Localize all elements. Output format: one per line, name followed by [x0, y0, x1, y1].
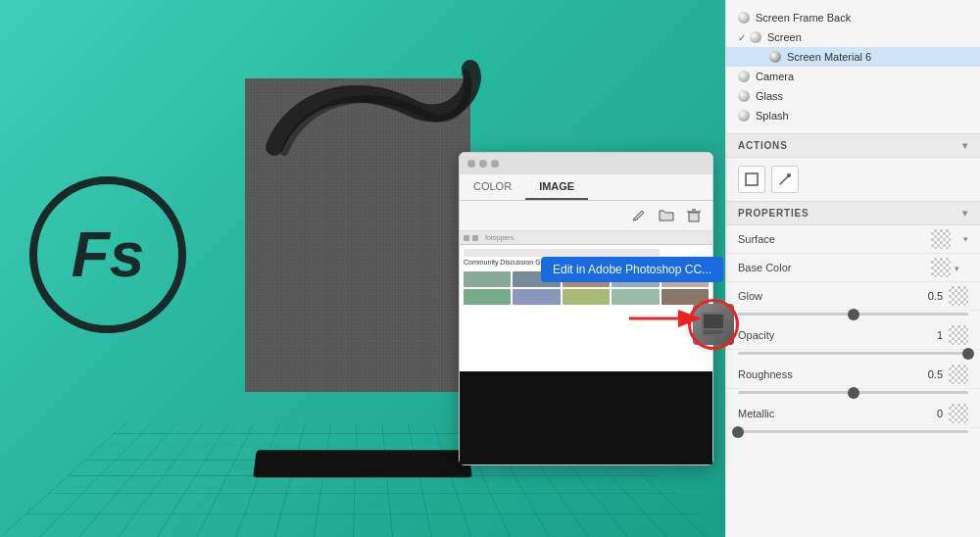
glow-slider-thumb[interactable] [848, 309, 859, 320]
grid-cell-8 [563, 289, 610, 305]
right-panel: Screen Frame Back ✓ Screen Screen Materi… [725, 0, 980, 537]
roughness-slider-container [738, 391, 968, 394]
roughness-checker [949, 365, 968, 384]
mini-browser: fotoppers Community Discussion Groups [460, 231, 712, 371]
pencil-tool-button[interactable] [628, 205, 650, 226]
trash-icon [686, 208, 702, 223]
square-icon [745, 172, 759, 186]
sphere-icon [738, 12, 750, 24]
glow-checker [949, 286, 968, 306]
base-color-property-row: Base Color ▾ [726, 254, 980, 282]
base-color-dropdown-icon[interactable]: ▾ [955, 264, 959, 273]
layer-item-screen-material-6[interactable]: Screen Material 6 [726, 47, 980, 67]
mini-browser-bar: fotoppers [460, 231, 712, 245]
red-arrow [629, 304, 708, 333]
properties-label: PROPERTIES [738, 208, 808, 219]
actions-chevron-icon: ▾ [962, 140, 968, 151]
grid-cell-7 [513, 289, 560, 305]
surface-checker [931, 229, 951, 249]
layer-label: Camera [756, 71, 794, 82]
sphere-icon [738, 90, 750, 102]
roughness-label: Roughness [738, 368, 816, 380]
metallic-slider-container [738, 430, 968, 433]
surface-dropdown-icon[interactable]: ▾ [963, 234, 968, 244]
opacity-slider-thumb[interactable] [962, 348, 974, 360]
surface-property-row: Surface ▾ [726, 225, 980, 254]
chevron-icon: ✓ [738, 32, 746, 43]
panel-tabs: COLOR IMAGE [460, 174, 712, 201]
folder-icon [659, 208, 674, 223]
sphere-icon [769, 51, 781, 63]
svg-line-1 [780, 176, 788, 184]
panel-toolbar [460, 201, 712, 231]
layer-item-glass[interactable]: Glass [726, 86, 980, 106]
layer-label: Screen [767, 31, 802, 43]
surface-label: Surface [738, 233, 816, 245]
svg-point-2 [787, 173, 791, 177]
actions-label: ACTIONS [738, 140, 788, 151]
fs-logo: Fs [29, 176, 186, 333]
layer-label: Glass [756, 90, 783, 102]
opacity-slider-row [726, 350, 980, 361]
nav-btn-1 [464, 235, 469, 241]
opacity-slider-container [738, 352, 968, 355]
glow-property-row: Glow 0.5 [726, 282, 980, 311]
trash-tool-button[interactable] [683, 205, 705, 226]
grid-cell-9 [612, 289, 659, 305]
layer-label: Splash [756, 110, 789, 122]
opacity-label: Opacity [738, 329, 816, 341]
opacity-value: 1 [913, 329, 943, 341]
layer-item-camera[interactable]: Camera [726, 67, 980, 86]
metallic-slider-thumb[interactable] [732, 426, 744, 438]
brush-icon [778, 172, 792, 186]
folder-tool-button[interactable] [656, 205, 677, 226]
glow-value: 0.5 [913, 290, 943, 302]
properties-section: Surface ▾ Base Color ▾ Glow 0.5 [726, 225, 980, 537]
panel-title-bar [460, 153, 712, 174]
sphere-icon [738, 110, 750, 122]
grid-cell-1 [464, 271, 511, 287]
black-platform [253, 450, 472, 477]
svg-rect-4 [689, 213, 699, 221]
roughness-slider-track[interactable] [738, 391, 968, 394]
edit-tooltip-text: Edit in Adobe Photoshop CC... [553, 263, 711, 276]
title-dot-3 [491, 160, 499, 168]
url-bar: fotoppers [485, 234, 514, 241]
layer-item-splash[interactable]: Splash [726, 106, 980, 125]
brush-action-button[interactable] [771, 166, 799, 193]
metallic-value: 0 [913, 408, 943, 419]
sphere-icon [738, 71, 750, 82]
square-action-button[interactable] [738, 166, 765, 193]
base-color-swatch[interactable] [931, 258, 951, 277]
layer-item-screen[interactable]: ✓ Screen [726, 27, 980, 47]
action-buttons-container [738, 166, 968, 193]
nav-btn-2 [472, 235, 478, 241]
glow-label: Glow [738, 290, 816, 302]
metallic-checker [949, 404, 968, 423]
glow-slider-row [726, 311, 980, 321]
layer-label: Screen Frame Back [756, 12, 851, 24]
properties-section-header: PROPERTIES ▾ [726, 202, 980, 225]
tab-image[interactable]: IMAGE [525, 174, 588, 200]
base-color-label: Base Color [738, 262, 816, 273]
sphere-icon [750, 31, 761, 43]
glow-slider-track[interactable] [738, 313, 968, 316]
metallic-slider-track[interactable] [738, 430, 968, 433]
pencil-icon [631, 208, 647, 223]
edit-tooltip[interactable]: Edit in Adobe Photoshop CC... [541, 257, 723, 282]
grid-cell-6 [464, 289, 511, 305]
svg-rect-0 [746, 173, 758, 185]
brush-stroke [196, 59, 490, 176]
mini-heading [464, 249, 660, 257]
metallic-slider-row [726, 428, 980, 439]
tab-color[interactable]: COLOR [460, 174, 525, 200]
roughness-value: 0.5 [913, 368, 943, 380]
opacity-slider-track[interactable] [738, 352, 968, 355]
glow-slider-container [738, 313, 968, 316]
roughness-slider-thumb[interactable] [848, 387, 859, 399]
title-dot-1 [467, 160, 475, 168]
roughness-slider-row [726, 389, 980, 400]
layer-item-screen-frame-back[interactable]: Screen Frame Back [726, 8, 980, 27]
actions-section-header: ACTIONS ▾ [726, 134, 980, 158]
opacity-property-row: Opacity 1 [726, 321, 980, 350]
